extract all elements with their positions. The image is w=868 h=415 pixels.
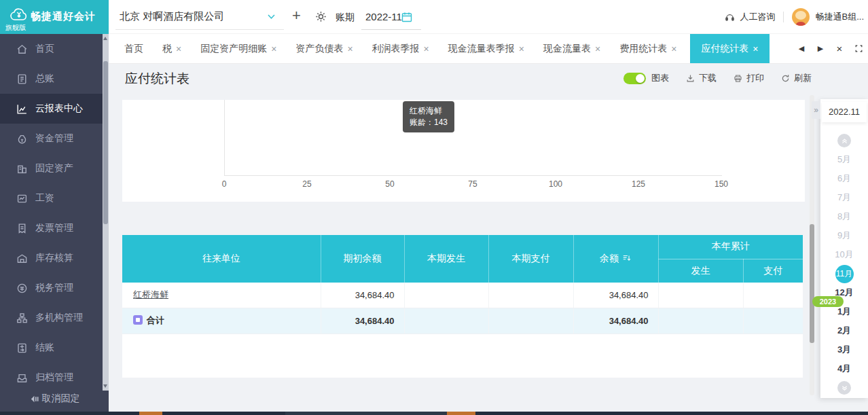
sidebar-item-home[interactable]: 首页	[0, 34, 103, 64]
month-item[interactable]: 4月	[820, 359, 868, 378]
user-name[interactable]: 畅捷通B组...	[815, 11, 864, 23]
archive-tray-icon	[16, 372, 29, 384]
col-header-ytd-paid: 支付	[743, 259, 803, 283]
sidebar-item-general-ledger[interactable]: 总账	[0, 64, 103, 94]
tab-home[interactable]: 首页	[119, 34, 149, 63]
sidebar-item-cloud-reports[interactable]: 云报表中心	[0, 94, 103, 124]
tab-income-quarterly[interactable]: 利润表季报×	[367, 34, 435, 63]
tab-controls: ◀ ▶ ×	[792, 34, 868, 63]
tab-cashflow[interactable]: 现金流量表×	[538, 34, 606, 63]
period-underline	[361, 29, 421, 30]
scroll-down-arrow[interactable]	[103, 384, 107, 388]
col-header-period-paid: 本期支付	[488, 235, 573, 283]
close-icon[interactable]: ×	[671, 43, 676, 54]
month-item[interactable]: 2月	[820, 321, 868, 340]
download-button[interactable]: 下载	[685, 72, 717, 84]
unit-link[interactable]: 红桥海鲜	[133, 289, 168, 300]
close-icon[interactable]: ×	[271, 43, 276, 54]
table-row: 红桥海鲜 34,684.40 34,684.40	[122, 283, 803, 308]
tab-expense-stats[interactable]: 费用统计表×	[614, 34, 682, 63]
month-item[interactable]: 7月	[820, 188, 868, 207]
total-opening-balance: 34,684.40	[321, 308, 404, 333]
tab-scroll-left-button[interactable]: ◀	[792, 34, 811, 63]
taskbar-segment	[285, 412, 447, 415]
company-selector[interactable]: 北京 对啊酒店有限公司	[120, 10, 224, 23]
cell-ytd-incurred	[658, 283, 743, 308]
scroll-up-arrow[interactable]	[103, 37, 107, 40]
app-logo: 畅捷通好会计 旗舰版	[0, 0, 109, 34]
sidebar-item-tax[interactable]: 税务管理	[0, 273, 103, 303]
chevron-down-icon[interactable]	[268, 14, 275, 20]
sidebar-item-closing[interactable]: 结账	[0, 333, 103, 363]
sidebar-scroll-thumb[interactable]	[103, 61, 108, 224]
tooltip-title: 红桥海鲜	[410, 105, 448, 117]
col-header-ytd-incurred: 发生	[658, 259, 743, 283]
month-item[interactable]: 3月	[820, 340, 868, 359]
content-scroll-thumb[interactable]	[810, 224, 814, 343]
current-period-display[interactable]: 2022.11	[822, 102, 867, 122]
cell-balance: 34,684.40	[573, 283, 658, 308]
sort-descending-icon[interactable]	[622, 253, 632, 263]
closing-book-icon	[16, 342, 29, 355]
add-button[interactable]: +	[292, 7, 301, 24]
sidebar-item-archive[interactable]: 归档管理	[0, 363, 103, 393]
total-period-paid	[488, 308, 573, 333]
payroll-card-icon	[16, 192, 29, 205]
tab-close-all-button[interactable]: ×	[830, 34, 849, 63]
logo-cloud-icon	[9, 6, 29, 24]
sidebar-item-invoices[interactable]: 发票管理	[0, 213, 103, 243]
tab-balance-sheet[interactable]: 资产负债表×	[290, 34, 358, 63]
month-item[interactable]: 9月	[820, 226, 868, 245]
company-underline	[115, 29, 284, 30]
gear-icon[interactable]	[314, 10, 327, 23]
sidebar-item-multi-org[interactable]: 多机构管理	[0, 303, 103, 333]
close-icon[interactable]: ×	[176, 43, 181, 54]
col-header-balance[interactable]: 余额	[573, 235, 658, 283]
tab-cashflow-quarterly[interactable]: 现金流量表季报×	[443, 34, 530, 63]
sidebar-item-inventory[interactable]: 库存核算	[0, 243, 103, 273]
chart-toggle-wrap: 图表	[623, 72, 669, 84]
page-toolbar: 图表 下载 打印 刷新	[623, 72, 812, 84]
taskbar-strip	[0, 412, 868, 415]
close-icon[interactable]: ×	[424, 43, 429, 54]
total-period-incurred	[404, 308, 488, 333]
month-list: 5月 6月 7月 8月 9月 10月 11月 12月 1月 2月 3月 4月	[820, 131, 868, 397]
month-item[interactable]: 10月	[820, 245, 868, 264]
app-logo-title: 畅捷通好会计	[31, 10, 96, 23]
month-item-selected[interactable]: 11月	[820, 264, 868, 283]
calendar-icon[interactable]	[401, 11, 413, 23]
period-value[interactable]: 2022-11	[365, 11, 402, 22]
months-scroll-up-button[interactable]	[820, 131, 868, 150]
taskbar-segment	[447, 412, 475, 415]
chart-toggle[interactable]	[623, 73, 646, 84]
sidebar-item-funds[interactable]: 资金管理	[0, 124, 103, 154]
tab-payable-stats[interactable]: 应付统计表×	[690, 34, 769, 63]
refresh-button[interactable]: 刷新	[780, 72, 812, 84]
close-icon[interactable]: ×	[519, 43, 524, 54]
tab-scroll-right-button[interactable]: ▶	[811, 34, 830, 63]
fullscreen-icon[interactable]	[849, 34, 868, 63]
close-icon[interactable]: ×	[753, 43, 758, 54]
close-icon[interactable]: ×	[347, 43, 352, 54]
money-bag-icon	[16, 132, 29, 145]
sidebar-scrollbar[interactable]	[103, 34, 109, 391]
rail-collapse-button[interactable]: »	[812, 101, 820, 119]
month-item[interactable]: 5月	[820, 150, 868, 169]
chart-y-axis	[224, 100, 225, 176]
print-button[interactable]: 打印	[733, 72, 764, 84]
months-scroll-down-button[interactable]	[820, 378, 868, 397]
cell-period-paid	[488, 283, 573, 308]
tab-tax[interactable]: 税×	[157, 34, 187, 63]
close-icon[interactable]: ×	[595, 43, 600, 54]
month-item[interactable]: 6月	[820, 169, 868, 188]
content-scrollbar[interactable]	[810, 95, 814, 395]
user-avatar[interactable]	[792, 8, 810, 26]
unpin-sidebar-button[interactable]: 取消固定	[0, 393, 109, 405]
aging-chart-panel: 0 25 50 75 100 125 150 红桥海鲜 账龄：143	[122, 100, 805, 202]
tab-fixed-asset-ledger[interactable]: 固定资产明细账×	[195, 34, 282, 63]
live-support-button[interactable]: 人工咨询	[724, 11, 775, 23]
month-item[interactable]: 8月	[820, 207, 868, 226]
double-chevron-down-icon	[841, 384, 848, 392]
sidebar-item-payroll[interactable]: 工资	[0, 183, 103, 213]
sidebar-item-fixed-assets[interactable]: 固定资产	[0, 154, 103, 183]
